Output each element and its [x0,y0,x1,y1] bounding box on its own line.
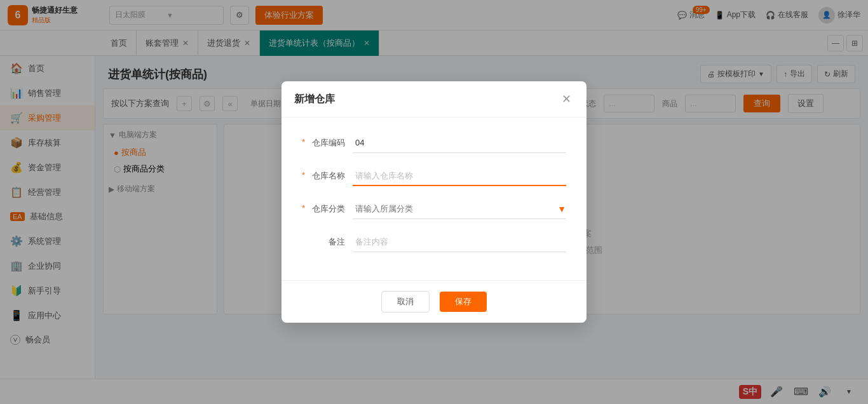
name-label: 仓库名称 [302,170,353,182]
form-row-name: 仓库名称 [302,166,566,186]
name-input[interactable] [353,166,566,186]
modal-overlay: 新增仓库 ✕ 仓库编码 仓库名称 仓库分类 ▼ [0,0,868,404]
modal-footer: 取消 保存 [281,280,587,323]
note-label: 备注 [302,236,353,248]
save-button[interactable]: 保存 [440,292,487,312]
form-row-note: 备注 [302,232,566,252]
category-select[interactable]: ▼ [353,199,566,219]
note-input[interactable] [353,232,566,252]
modal-close-button[interactable]: ✕ [559,91,574,107]
modal-new-warehouse: 新增仓库 ✕ 仓库编码 仓库名称 仓库分类 ▼ [281,81,587,323]
modal-body: 仓库编码 仓库名称 仓库分类 ▼ 备注 [281,118,587,280]
modal-title: 新增仓库 [294,93,335,106]
modal-header: 新增仓库 ✕ [281,81,587,118]
category-label: 仓库分类 [302,203,353,215]
form-row-category: 仓库分类 ▼ [302,199,566,219]
form-row-code: 仓库编码 [302,133,566,153]
category-input[interactable] [353,204,557,213]
code-label: 仓库编码 [302,137,353,149]
code-input[interactable] [353,133,566,153]
category-dropdown-icon[interactable]: ▼ [557,204,566,214]
cancel-button[interactable]: 取消 [381,291,430,313]
